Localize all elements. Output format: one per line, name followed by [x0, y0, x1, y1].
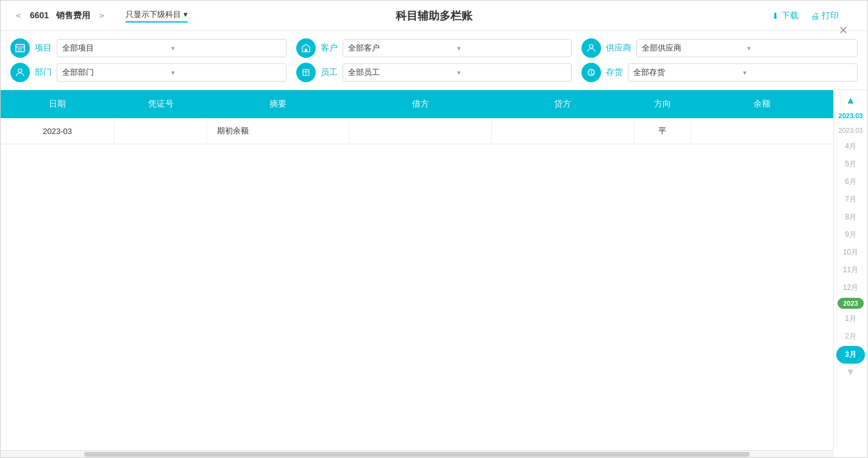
timeline-item-2[interactable]: 2月 — [834, 328, 867, 345]
account-code: 6601 销售费用 — [30, 10, 90, 21]
timeline-up-button[interactable]: ▲ — [834, 93, 867, 108]
nav-area: ＜ 6601 销售费用 ＞ 只显示下级科目 ▾ — [10, 9, 188, 23]
svg-point-5 — [589, 44, 593, 48]
print-button[interactable]: 🖨 打印 — [811, 10, 839, 21]
prev-account-button[interactable]: ＜ — [10, 9, 26, 23]
download-button[interactable]: ⬇ 下载 — [772, 10, 799, 21]
employee-icon — [296, 63, 316, 82]
supplier-select[interactable]: 全部供应商 ▾ — [636, 39, 858, 57]
timeline-item-5[interactable]: 5月 — [834, 155, 867, 173]
chevron-down-icon: ▾ — [457, 69, 566, 77]
timeline-item-3-active[interactable]: 3月 — [836, 346, 865, 364]
filter-inventory: 存货 全部存货 ▾ — [582, 63, 858, 82]
show-sub-toggle[interactable]: 只显示下级科目 ▾ — [126, 9, 188, 23]
cell-voucher — [115, 118, 207, 144]
main-window: ＜ 6601 销售费用 ＞ 只显示下级科目 ▾ 科目辅助多栏账 ⬇ 下载 🖨 打… — [0, 0, 868, 458]
inventory-select[interactable]: 全部存货 ▾ — [628, 63, 858, 82]
svg-point-6 — [18, 69, 22, 72]
customer-select[interactable]: 全部客户 ▾ — [343, 39, 572, 57]
chevron-down-icon: ▾ — [171, 69, 280, 77]
department-select[interactable]: 全部部门 ▾ — [57, 63, 286, 82]
chevron-down-icon: ▾ — [171, 44, 280, 52]
ledger-table: 日期 凭证号 摘要 借方 贷方 方向 余额 2023-03 — [1, 90, 833, 144]
filter-project: 项目 全部项目 ▾ — [10, 38, 286, 58]
department-icon — [10, 63, 30, 82]
timeline-item-2023-03-2[interactable]: 2023.03 — [834, 123, 867, 138]
chevron-down-icon: ▾ — [183, 10, 188, 19]
chevron-down-icon: ▾ — [457, 44, 566, 52]
page-title: 科目辅助多栏账 — [396, 9, 472, 23]
timeline-item-4[interactable]: 4月 — [834, 138, 867, 155]
employee-select[interactable]: 全部员工 ▾ — [343, 63, 572, 82]
filter-employee: 员工 全部员工 ▾ — [296, 63, 572, 82]
cell-credit — [492, 118, 635, 144]
svg-rect-0 — [16, 44, 24, 52]
timeline-sidebar: ▲ 2023.03 2023.03 4月 5月 6月 7月 8月 9月 10月 … — [833, 90, 867, 457]
toolbar-right: ⬇ 下载 🖨 打印 — [772, 10, 839, 21]
filter-area: 项目 全部项目 ▾ 客户 全部客户 ▾ — [1, 31, 867, 90]
table-wrapper[interactable]: 日期 凭证号 摘要 借方 贷方 方向 余额 2023-03 — [1, 90, 833, 450]
col-direction: 方向 — [634, 90, 691, 118]
close-button[interactable]: ✕ — [839, 24, 848, 37]
print-icon: 🖨 — [811, 11, 819, 21]
col-summary: 摘要 — [207, 90, 350, 118]
next-account-button[interactable]: ＞ — [94, 9, 110, 23]
col-debit: 借方 — [349, 90, 492, 118]
customer-icon — [296, 38, 316, 58]
timeline-item-1[interactable]: 1月 — [834, 310, 867, 328]
timeline-item-6[interactable]: 6月 — [834, 173, 867, 191]
svg-rect-4 — [305, 49, 307, 52]
col-voucher: 凭证号 — [115, 90, 207, 118]
cell-summary: 期初余额 — [207, 118, 350, 144]
timeline-down-button[interactable]: ▼ — [834, 364, 867, 380]
project-select[interactable]: 全部项目 ▾ — [57, 39, 286, 57]
download-icon: ⬇ — [772, 11, 779, 21]
project-icon — [10, 38, 30, 58]
filter-customer: 客户 全部客户 ▾ — [296, 38, 572, 58]
supplier-icon — [582, 38, 601, 58]
col-credit: 贷方 — [492, 90, 635, 118]
cell-debit — [349, 118, 492, 144]
table-header-row: 日期 凭证号 摘要 借方 贷方 方向 余额 — [1, 90, 833, 118]
timeline-item-10[interactable]: 10月 — [834, 244, 867, 261]
table-row: 2023-03 期初余额 平 — [1, 118, 833, 144]
cell-date: 2023-03 — [1, 118, 115, 144]
cell-balance — [691, 118, 833, 144]
content-area: 日期 凭证号 摘要 借方 贷方 方向 余额 2023-03 — [1, 90, 867, 457]
chevron-down-icon: ▾ — [743, 69, 852, 77]
timeline-item-8[interactable]: 8月 — [834, 208, 867, 226]
filter-department: 部门 全部部门 ▾ — [10, 63, 286, 82]
timeline-year-2023[interactable]: 2023 — [838, 298, 864, 309]
col-date: 日期 — [1, 90, 115, 118]
title-bar: ＜ 6601 销售费用 ＞ 只显示下级科目 ▾ 科目辅助多栏账 ⬇ 下载 🖨 打… — [1, 1, 867, 31]
cell-direction: 平 — [634, 118, 691, 144]
col-balance: 余额 — [691, 90, 833, 118]
timeline-item-7[interactable]: 7月 — [834, 191, 867, 208]
timeline-item-12[interactable]: 12月 — [834, 279, 867, 297]
timeline-item-9[interactable]: 9月 — [834, 226, 867, 244]
h-scrollbar[interactable] — [1, 450, 833, 457]
filter-supplier: 供应商 全部供应商 ▾ — [582, 38, 858, 58]
timeline-item-2023-03-top[interactable]: 2023.03 — [834, 108, 867, 123]
chevron-down-icon: ▾ — [747, 44, 852, 52]
inventory-icon — [582, 63, 601, 82]
timeline-item-11[interactable]: 11月 — [834, 261, 867, 279]
